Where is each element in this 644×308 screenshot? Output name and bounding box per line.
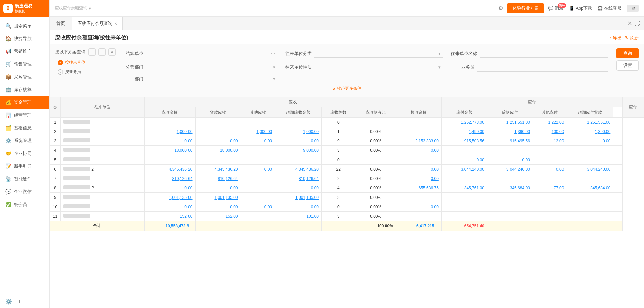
sidebar-label-quicknav: 快捷导航 <box>14 36 32 42</box>
partner-nature-label: 往来单位性质 <box>285 64 312 70</box>
sidebar-item-hardware[interactable]: 📡 智能硬件 <box>0 173 49 185</box>
edit-scheme-button[interactable]: ⊙ <box>98 48 106 56</box>
collapse-filter-button[interactable]: ∧ 收起更多条件 <box>55 84 639 93</box>
settlement-unit-input[interactable] <box>148 50 271 57</box>
tab-close-icon[interactable]: × <box>114 21 117 26</box>
th-receivable-group: 应收 <box>144 97 441 107</box>
add-scheme-button[interactable]: + <box>88 48 96 56</box>
footer-ap-partial <box>613 221 623 231</box>
table-footer: 合计 19,553,472,6... 100.00% 6,417,215....… <box>50 221 644 231</box>
tab-home[interactable]: 首页 <box>50 17 72 30</box>
filter-salesman: 业务员 ··· <box>451 62 608 72</box>
sidebar-item-purchase[interactable]: 📦 采购管理 <box>0 71 49 83</box>
dept-select[interactable]: ▾ <box>146 63 277 71</box>
filter-department: 部门 ▾ <box>120 75 277 83</box>
ar-count: 1 <box>322 127 356 136</box>
topbar: 应收应付余额查询 ▾ ⚙ 体验行业方案 💬 消息 99+ 📱 App下载 🎧 在… <box>50 0 644 17</box>
th-ap-amount: 应付金额 <box>441 107 487 118</box>
row-number: 2 <box>50 127 61 136</box>
th-ap-other: 其他应付 <box>533 107 567 118</box>
department-arrow: ▾ <box>273 76 275 81</box>
promo-button[interactable]: 体验行业方案 <box>507 3 544 13</box>
partner-nature-select[interactable]: ▾ <box>314 63 443 71</box>
sidebar-bottom: ⚙️ ⏸ <box>0 295 49 308</box>
guide-icon: 📝 <box>5 163 11 169</box>
query-button[interactable]: 查询 <box>616 48 639 58</box>
user-menu[interactable]: Rit <box>627 5 639 12</box>
settlement-unit-dots[interactable]: ··· <box>271 51 275 57</box>
filter-nav-by-partner[interactable]: ⊙ 按往来单位 <box>55 58 116 67</box>
app-name: 畅捷通易 <box>15 3 32 9</box>
sidebar-item-guide[interactable]: 📝 新手引导 <box>0 160 49 173</box>
th-payable-group: 应付 <box>441 97 622 107</box>
ar-count: 3 <box>322 193 356 202</box>
sidebar-item-search[interactable]: 🔍 搜索菜单 <box>0 19 49 32</box>
footer-ar-amount[interactable]: 19,553,472,6... <box>144 221 195 231</box>
footer-ap-amount: -654,751.40 <box>441 221 487 231</box>
ar-count: 0 <box>322 118 356 127</box>
app-download-button[interactable]: 📱 App下载 <box>569 5 592 11</box>
sidebar-item-member[interactable]: ✅ 畅会员 <box>0 198 49 211</box>
breadcrumb: 应收应付余额查询 ▾ <box>55 5 494 11</box>
sidebar-item-finance[interactable]: 💰 资金管理 <box>0 96 49 109</box>
nav-icon-salesman: ⊙ <box>58 69 63 75</box>
th-settings[interactable]: ⚙ <box>50 97 61 118</box>
ar-count: 0 <box>322 202 356 212</box>
tabbar-close-icon[interactable]: ✕ <box>628 20 632 27</box>
department-select[interactable]: ▾ <box>146 75 277 83</box>
table-settings-icon[interactable]: ⚙ <box>53 105 57 110</box>
sidebar-item-marketing[interactable]: 📢 营销推广 <box>0 45 49 58</box>
setting-button[interactable]: 设置 <box>616 60 639 71</box>
export-button[interactable]: ↑ 导出 <box>609 35 622 41</box>
salesman-dots[interactable]: ··· <box>602 64 606 70</box>
filter-nav-by-salesman[interactable]: ⊙ 按业务员 <box>55 68 116 76</box>
sidebar-item-quicknav[interactable]: 🏠 快捷导航 <box>0 32 49 45</box>
filter-nav-partner-label: 按往来单位 <box>65 60 85 65</box>
refresh-button[interactable]: ↻ 刷新 <box>625 35 639 41</box>
tabbar-expand-icon[interactable]: ⛶ <box>635 20 640 27</box>
collapse-scheme-button[interactable]: « <box>108 48 116 56</box>
sidebar-item-basic[interactable]: 🗂️ 基础信息 <box>0 122 49 134</box>
sidebar-label-member: 畅会员 <box>14 202 27 208</box>
topbar-gear-icon[interactable]: ⚙ <box>498 5 503 11</box>
message-button[interactable]: 💬 消息 99+ <box>548 5 564 11</box>
filter-dept: 分管部门 ▾ <box>120 62 277 72</box>
salesman-input[interactable] <box>479 64 602 70</box>
sidebar-item-wechat[interactable]: 💬 企业微信 <box>0 185 49 198</box>
tabbar-actions: ✕ ⛶ <box>628 17 644 30</box>
ar-count: 2 <box>322 174 356 183</box>
dept-arrow: ▾ <box>273 64 275 70</box>
partner-category-label: 往来单位分类 <box>285 51 312 57</box>
row-number: 8 <box>50 183 61 193</box>
online-service-button[interactable]: 🎧 在线客服 <box>597 5 622 11</box>
ar-count: 3 <box>322 146 356 155</box>
filter-area: 按以下方案查询 + ⊙ « ⊙ 按往来单位 ⊙ 按业务员 <box>50 44 644 97</box>
home-icon: 🏠 <box>5 36 11 42</box>
partner-name <box>61 136 145 146</box>
settings-bottom-icon[interactable]: ⚙️ <box>5 298 12 305</box>
footer-ar-prepay[interactable]: 6,417,215.... <box>396 221 441 231</box>
partner-category-select[interactable]: ▾ <box>314 50 443 58</box>
sidebar-item-management[interactable]: 📊 经营管理 <box>0 109 49 122</box>
partner-name <box>61 212 145 221</box>
sidebar-item-inventory[interactable]: 🏢 库存核算 <box>0 83 49 96</box>
filter-partner-name: 往来单位名称 <box>451 48 608 59</box>
footer-ap-overdue <box>567 221 613 231</box>
breadcrumb-text: 应收应付余额查询 <box>55 5 87 11</box>
sidebar-label-basic: 基础信息 <box>14 125 32 131</box>
sidebar-label-purchase: 采购管理 <box>14 74 32 80</box>
ar-count: 22 <box>322 165 356 174</box>
sidebar-item-collab[interactable]: 🤝 企业协同 <box>0 147 49 160</box>
collapse-icon[interactable]: ⏸ <box>16 299 21 305</box>
partner-name: P <box>61 183 145 193</box>
row-number: 9 <box>50 193 61 202</box>
sidebar-item-system[interactable]: ⚙️ 系统管理 <box>0 134 49 147</box>
th-ar-loan: 贷款应收 <box>195 107 241 118</box>
search-icon: 🔍 <box>5 23 11 29</box>
refresh-icon: ↻ <box>625 35 629 40</box>
table-row: 418,000.0018,000.009,000.0030.00%0.00 <box>50 146 644 155</box>
row-number: 11 <box>50 212 61 221</box>
tab-active[interactable]: 应收应付余额查询 × <box>72 17 123 30</box>
sidebar-item-sales[interactable]: 🛒 销售管理 <box>0 58 49 71</box>
partner-name-input[interactable] <box>480 50 608 58</box>
